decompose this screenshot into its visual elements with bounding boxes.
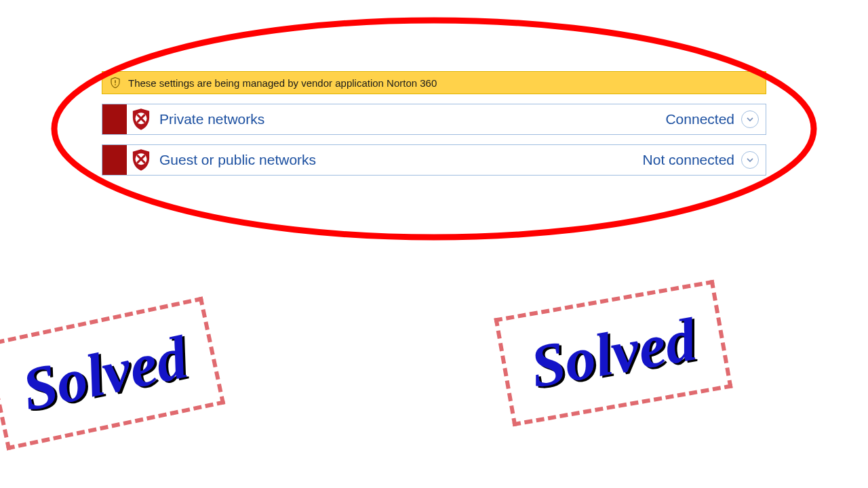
warning-text: These settings are being managed by vend… <box>128 77 437 89</box>
shield-blocked-icon <box>131 148 151 171</box>
network-row-private[interactable]: Private networks Connected <box>102 104 766 135</box>
svg-rect-1 <box>115 84 116 85</box>
network-label: Guest or public networks <box>159 152 643 168</box>
network-status: Not connected <box>643 152 734 168</box>
expand-chevron-icon[interactable] <box>741 110 759 128</box>
network-label: Private networks <box>159 111 665 127</box>
network-status: Connected <box>665 111 734 127</box>
stamp-text: Solved <box>17 327 192 421</box>
status-color-block <box>102 104 127 134</box>
svg-rect-0 <box>115 80 116 83</box>
expand-chevron-icon[interactable] <box>741 151 759 169</box>
warning-shield-icon <box>109 77 121 89</box>
stamp-text: Solved <box>526 308 701 397</box>
solved-stamp: Solved <box>494 280 732 427</box>
network-row-public[interactable]: Guest or public networks Not connected <box>102 144 766 176</box>
status-color-block <box>102 145 127 175</box>
firewall-settings-panel: These settings are being managed by vend… <box>102 71 766 176</box>
vendor-managed-warning: These settings are being managed by vend… <box>102 71 766 94</box>
shield-blocked-icon <box>131 108 151 131</box>
solved-stamp: Solved <box>0 297 225 451</box>
